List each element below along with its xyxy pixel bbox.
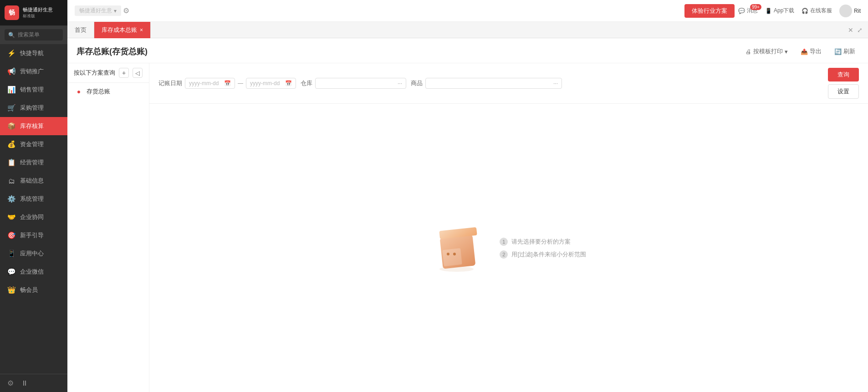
trial-button[interactable]: 体验行业方案 <box>684 4 735 18</box>
sidebar-item-label: 畅会员 <box>20 286 38 294</box>
tip-text-1: 请先选择要分析的方案 <box>511 238 571 246</box>
product-filter-group: 商品 ··· <box>411 78 562 89</box>
operations-icon: 📋 <box>7 158 15 167</box>
cooperation-icon: 🤝 <box>7 213 15 221</box>
empty-tip-2: 2 用[过滤]条件来缩小分析范围 <box>500 250 586 259</box>
sidebar-item-label: 企业协同 <box>20 213 44 221</box>
guide-icon: 🎯 <box>7 231 15 239</box>
sidebar-footer: ⚙ ⏸ <box>0 374 67 392</box>
scheme-item-inventory[interactable]: ● 存货总账 <box>67 83 149 100</box>
tab-close-button[interactable]: × <box>140 27 143 33</box>
product-input[interactable]: ··· <box>425 78 562 89</box>
wechat-icon: 💬 <box>7 268 15 276</box>
filter-label-row: 按以下方案查询 + ◁ <box>67 63 149 83</box>
tab-inventory-ledger[interactable]: 库存成本总账 × <box>94 22 151 38</box>
sales-icon: 📊 <box>7 86 15 94</box>
calendar-start-icon[interactable]: 📅 <box>224 80 231 87</box>
tab-home[interactable]: 首页 <box>67 22 94 38</box>
sidebar-item-sales[interactable]: 📊 销售管理 <box>0 81 67 99</box>
sidebar-item-purchase[interactable]: 🛒 采购管理 <box>0 99 67 117</box>
print-icon: 🖨 <box>745 48 751 55</box>
tabbar: 首页 库存成本总账 × ✕ ⤢ <box>67 22 868 38</box>
print-label: 按模板打印 <box>753 47 783 56</box>
sidebar-item-system[interactable]: ⚙️ 系统管理 <box>0 190 67 208</box>
sidebar-search-area[interactable]: 🔍 搜索菜单 <box>0 25 67 44</box>
print-dropdown-icon[interactable]: ▾ <box>785 48 788 55</box>
product-field-label: 商品 <box>411 79 423 87</box>
breadcrumb-item: 畅捷通好生意 ▾ <box>75 5 121 16</box>
app-name: 畅捷通好生意 <box>23 6 53 13</box>
date-filter-group: 记账日期 yyyy-mm-dd 📅 — yyyy-mm-dd 📅 <box>158 78 296 89</box>
user-profile[interactable]: Rit <box>839 5 861 17</box>
settings-icon[interactable]: ⚙ <box>123 6 129 15</box>
message-button[interactable]: 💬 消息 99+ <box>738 7 758 15</box>
sidebar-item-label: 应用中心 <box>20 249 44 258</box>
page-title: 库存总账(存货总账) <box>77 46 148 57</box>
audio-footer-icon[interactable]: ⏸ <box>21 379 28 387</box>
logo-icon: 畅 <box>5 5 19 20</box>
date-end-input[interactable]: yyyy-mm-dd 📅 <box>246 78 296 89</box>
sidebar-item-basic[interactable]: 🗂 基础信息 <box>0 172 67 190</box>
panel-close-icon[interactable]: ✕ <box>848 26 853 34</box>
refresh-icon: 🔄 <box>834 48 842 55</box>
sidebar: 畅 畅捷通好生意 标准版 🔍 搜索菜单 ⚡ 快捷导航 📢 营销推广 📊 销售管理… <box>0 0 67 392</box>
search-menu-button[interactable]: 🔍 搜索菜单 <box>5 29 63 41</box>
sidebar-item-label: 营销推广 <box>20 67 44 76</box>
sidebar-item-app-center[interactable]: 📱 应用中心 <box>0 244 67 263</box>
sidebar-item-label: 采购管理 <box>20 104 44 112</box>
purchase-icon: 🛒 <box>7 104 15 112</box>
tip-text-2: 用[过滤]条件来缩小分析范围 <box>511 250 586 259</box>
sidebar-item-quick-nav[interactable]: ⚡ 快捷导航 <box>0 44 67 62</box>
sidebar-item-cooperation[interactable]: 🤝 企业协同 <box>0 208 67 226</box>
warehouse-more-icon[interactable]: ··· <box>398 80 402 87</box>
sidebar-item-label: 系统管理 <box>20 195 44 203</box>
sidebar-item-finance[interactable]: 💰 资金管理 <box>0 135 67 153</box>
finance-icon: 💰 <box>7 140 15 148</box>
avatar <box>839 5 852 17</box>
sidebar-item-label: 销售管理 <box>20 86 44 94</box>
dropdown-icon[interactable]: ▾ <box>114 8 117 14</box>
online-service-label: 在线客服 <box>810 7 832 15</box>
filter-fields-row: 记账日期 yyyy-mm-dd 📅 — yyyy-mm-dd 📅 仓库 <box>149 63 868 104</box>
filter-collapse-button[interactable]: ◁ <box>133 68 143 78</box>
empty-tips: 1 请先选择要分析的方案 2 用[过滤]条件来缩小分析范围 <box>500 238 586 259</box>
filter-add-button[interactable]: + <box>119 68 129 78</box>
app-center-icon: 📱 <box>7 249 15 258</box>
page-header-actions: 🖨 按模板打印 ▾ 📤 导出 🔄 刷新 <box>742 46 859 57</box>
export-label: 导出 <box>810 47 822 56</box>
sidebar-item-marketing[interactable]: 📢 营销推广 <box>0 62 67 81</box>
calendar-end-icon[interactable]: 📅 <box>285 80 292 87</box>
panel-expand-icon[interactable]: ⤢ <box>857 26 863 34</box>
sidebar-item-operations[interactable]: 📋 经营管理 <box>0 153 67 172</box>
member-icon: 👑 <box>7 286 15 294</box>
breadcrumb-text: 畅捷通好生意 <box>79 7 112 15</box>
empty-box-face <box>443 248 463 266</box>
date-start-input[interactable]: yyyy-mm-dd 📅 <box>185 78 235 89</box>
quick-nav-icon: ⚡ <box>7 49 15 57</box>
settings-footer-icon[interactable]: ⚙ <box>7 379 14 387</box>
online-service-button[interactable]: 🎧 在线客服 <box>802 7 832 15</box>
settings-button[interactable]: 设置 <box>828 84 859 99</box>
warehouse-filter-group: 仓库 ··· <box>301 78 406 89</box>
filter-label: 按以下方案查询 <box>74 69 115 77</box>
print-button[interactable]: 🖨 按模板打印 ▾ <box>742 46 791 57</box>
scheme-item-icon: ● <box>75 87 83 96</box>
refresh-label: 刷新 <box>843 47 855 56</box>
sidebar-item-member[interactable]: 👑 畅会员 <box>0 281 67 299</box>
sidebar-item-wechat[interactable]: 💬 企业微信 <box>0 263 67 281</box>
empty-state: 1 请先选择要分析的方案 2 用[过滤]条件来缩小分析范围 <box>149 104 868 392</box>
sidebar-item-label: 快捷导航 <box>20 49 44 57</box>
page-content: 库存总账(存货总账) 🖨 按模板打印 ▾ 📤 导出 🔄 刷新 <box>67 38 868 392</box>
inventory-icon: 📦 <box>7 122 15 130</box>
export-button[interactable]: 📤 导出 <box>797 46 825 57</box>
warehouse-input[interactable]: ··· <box>315 78 406 89</box>
username-label: Rit <box>854 8 861 14</box>
sidebar-item-label: 新手引导 <box>20 231 44 239</box>
sidebar-item-guide[interactable]: 🎯 新手引导 <box>0 226 67 244</box>
sidebar-item-inventory[interactable]: 📦 库存核算 <box>0 117 67 135</box>
app-download-button[interactable]: 📱 App下载 <box>765 7 794 15</box>
query-button[interactable]: 查询 <box>828 68 859 81</box>
refresh-button[interactable]: 🔄 刷新 <box>831 46 859 57</box>
marketing-icon: 📢 <box>7 67 15 76</box>
product-more-icon[interactable]: ··· <box>553 80 558 87</box>
